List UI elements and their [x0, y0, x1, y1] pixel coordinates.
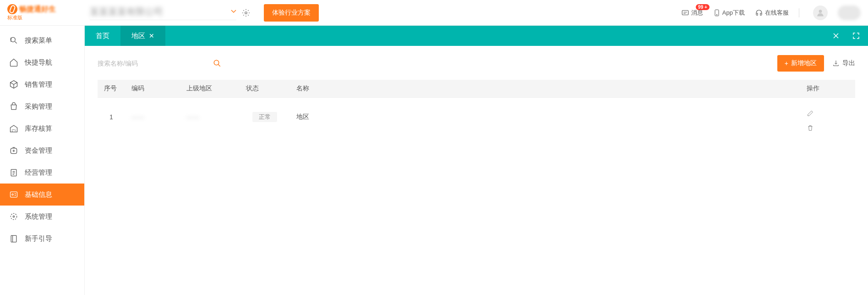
- tab-label: 首页: [96, 32, 109, 40]
- home-icon: [9, 58, 18, 67]
- th-name: 名称: [290, 80, 800, 98]
- plus-icon: +: [785, 60, 788, 67]
- tab-home[interactable]: 首页: [85, 26, 120, 46]
- sidebar-item-guide[interactable]: 新手引导: [0, 228, 84, 250]
- avatar-icon[interactable]: [813, 6, 828, 20]
- sales-icon: [9, 80, 18, 89]
- card-icon: [9, 190, 18, 199]
- sidebar-label: 基础信息: [25, 190, 52, 199]
- divider: [799, 8, 799, 17]
- svg-point-9: [12, 194, 13, 195]
- export-button[interactable]: 导出: [832, 59, 855, 67]
- logo-icon: [7, 4, 17, 14]
- chevron-down-icon: [231, 10, 236, 13]
- cell-ops: [800, 98, 855, 137]
- delete-icon[interactable]: [807, 124, 849, 132]
- add-region-button[interactable]: + 新增地区: [777, 55, 824, 72]
- support-link[interactable]: 在线客服: [755, 9, 789, 17]
- th-seq: 序号: [98, 80, 125, 98]
- svg-rect-1: [682, 10, 688, 15]
- sidebar: 搜索菜单 快捷导航 销售管理 采购管理 库存核算 资金管理: [0, 26, 85, 295]
- app-download-link[interactable]: App下载: [713, 9, 745, 17]
- th-ops: 操作: [800, 80, 855, 98]
- sidebar-item-business[interactable]: 经营管理: [0, 161, 84, 184]
- warehouse-icon: [9, 124, 18, 133]
- search-menu-icon: [9, 36, 18, 45]
- company-selector[interactable]: 某某某某有限公司: [90, 6, 236, 20]
- sidebar-item-system[interactable]: 系统管理: [0, 206, 84, 228]
- search-box: [98, 57, 221, 70]
- svg-point-11: [13, 216, 14, 217]
- svg-point-13: [214, 60, 219, 65]
- messages-link[interactable]: 消息 99 +: [681, 9, 703, 17]
- sidebar-item-inventory[interactable]: 库存核算: [0, 117, 84, 139]
- th-code: 编码: [125, 80, 180, 98]
- search-icon[interactable]: [213, 59, 221, 67]
- svg-point-10: [11, 213, 16, 219]
- clipboard-icon: [9, 168, 18, 177]
- sidebar-item-finance[interactable]: 资金管理: [0, 139, 84, 161]
- tab-region[interactable]: 地区 ✕: [120, 26, 165, 46]
- sidebar-label: 资金管理: [25, 146, 52, 155]
- th-status: 状态: [240, 80, 290, 98]
- system-icon: [9, 212, 18, 221]
- cell-status: 正常: [240, 98, 290, 137]
- cell-name: 地区: [290, 98, 800, 137]
- region-table: 序号 编码 上级地区 状态 名称 操作 1 —— ——: [98, 80, 855, 136]
- sidebar-label: 系统管理: [25, 212, 52, 221]
- sidebar-item-sales[interactable]: 销售管理: [0, 73, 84, 95]
- settings-icon[interactable]: [242, 9, 250, 17]
- user-name-blur[interactable]: [838, 6, 861, 20]
- money-icon: [9, 146, 18, 155]
- fullscreen-icon[interactable]: [848, 26, 864, 46]
- experience-button[interactable]: 体验行业方案: [264, 4, 319, 22]
- sidebar-label: 新手引导: [25, 234, 52, 243]
- search-input[interactable]: [98, 57, 213, 70]
- support-label: 在线客服: [765, 9, 789, 17]
- th-parent: 上级地区: [180, 80, 240, 98]
- brand-logo: 畅捷通好生 标准版: [7, 4, 76, 21]
- svg-rect-8: [11, 192, 17, 197]
- sidebar-item-purchase[interactable]: 采购管理: [0, 95, 84, 117]
- sidebar-label: 经营管理: [25, 168, 52, 177]
- sidebar-label: 库存核算: [25, 124, 52, 133]
- bag-icon: [9, 102, 18, 111]
- sidebar-label: 销售管理: [25, 80, 52, 89]
- sidebar-label: 快捷导航: [25, 58, 52, 67]
- tab-bar: 首页 地区 ✕: [85, 26, 868, 46]
- close-all-icon[interactable]: [828, 26, 844, 46]
- export-label: 导出: [842, 59, 855, 67]
- guide-icon: [9, 234, 18, 243]
- sidebar-item-basic[interactable]: 基础信息: [0, 184, 84, 206]
- table-row: 1 —— —— 正常 地区: [98, 98, 855, 137]
- company-name: 某某某某有限公司: [90, 6, 227, 18]
- svg-point-0: [245, 11, 247, 14]
- svg-point-4: [819, 10, 822, 13]
- svg-point-3: [716, 14, 717, 15]
- messages-badge: 99 +: [696, 4, 710, 10]
- svg-rect-12: [11, 235, 16, 242]
- app-download-label: App下载: [722, 9, 745, 17]
- tab-label: 地区: [131, 32, 145, 40]
- sidebar-item-quicknav[interactable]: 快捷导航: [0, 51, 84, 73]
- brand-name: 畅捷通好生: [19, 5, 56, 14]
- close-icon[interactable]: ✕: [149, 32, 154, 39]
- sidebar-label: 采购管理: [25, 102, 52, 111]
- edit-icon[interactable]: [807, 110, 849, 117]
- cell-code: ——: [125, 98, 180, 137]
- cell-parent: ——: [180, 98, 240, 137]
- sidebar-item-search[interactable]: 搜索菜单: [0, 29, 84, 51]
- cell-seq: 1: [98, 98, 125, 137]
- sidebar-label: 搜索菜单: [25, 36, 52, 45]
- brand-edition: 标准版: [7, 14, 76, 21]
- add-label: 新增地区: [791, 59, 817, 67]
